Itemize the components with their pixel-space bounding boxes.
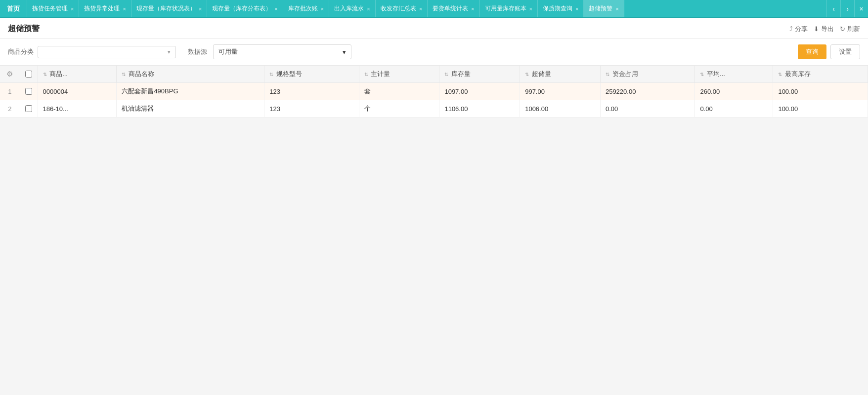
datasource-filter: 数据源 可用量 ▾ [188, 44, 351, 59]
row-product-code-0: 0000004 [38, 83, 117, 100]
nav-tab-chaochuyujing[interactable]: 超储预警 × [584, 0, 624, 17]
row-unit-0: 套 [359, 83, 439, 100]
row-spec-0: 123 [264, 83, 359, 100]
col-header-over-stock[interactable]: ⇅ 超储量 [520, 66, 601, 83]
datasource-dropdown-icon: ▾ [343, 48, 346, 56]
nav-tab-xiancunliang1[interactable]: 现存量（库存状况表） × [131, 0, 207, 17]
col-header-product-code[interactable]: ⇅ 商品... [38, 66, 117, 83]
data-table: ⚙ ⇅ 商品... ⇅ 商品名称 ⇅ 规格型号 [0, 66, 868, 118]
col-header-unit[interactable]: ⇅ 主计量 [359, 66, 439, 83]
export-icon: ⬇ [814, 25, 819, 33]
table-container: ⚙ ⇅ 商品... ⇅ 商品名称 ⇅ 规格型号 [0, 66, 868, 118]
refresh-icon: ↻ [840, 25, 845, 33]
row-stock-1: 1106.00 [439, 100, 520, 118]
nav-tab-shoufacun[interactable]: 收发存汇总表 × [376, 0, 428, 17]
nav-arrows: ‹ › × [826, 0, 868, 17]
close-tab-10-icon[interactable]: × [615, 6, 618, 12]
row-product-name-1: 机油滤清器 [117, 100, 264, 118]
datasource-label: 数据源 [188, 47, 207, 56]
share-icon: ⤴ [789, 25, 793, 33]
table-row: 2 186-10... 机油滤清器 123 个 1106.00 1006.00 … [0, 100, 868, 118]
table-row: 1 0000004 六配套新昌490BPG 123 套 1097.00 997.… [0, 83, 868, 100]
close-tab-4-icon[interactable]: × [321, 6, 324, 12]
nav-arrow-right[interactable]: › [840, 0, 854, 17]
row-avg-0: 260.00 [695, 83, 773, 100]
row-capital-0: 259220.00 [600, 83, 695, 100]
close-tab-3-icon[interactable]: × [274, 6, 277, 12]
row-checkbox-0 [20, 83, 38, 100]
nav-tab-jianhuorenwu[interactable]: 拣货任务管理 × [27, 0, 79, 17]
col-header-max-stock[interactable]: ⇅ 最高库存 [773, 66, 868, 83]
col-header-capital[interactable]: ⇅ 资金占用 [600, 66, 695, 83]
row-product-code-1: 186-10... [38, 100, 117, 118]
refresh-button[interactable]: ↻ 刷新 [840, 25, 860, 34]
nav-tab-churuku[interactable]: 出入库流水 × [329, 0, 375, 17]
header-actions: ⤴ 分享 ⬇ 导出 ↻ 刷新 [789, 25, 860, 34]
table-body: 1 0000004 六配套新昌490BPG 123 套 1097.00 997.… [0, 83, 868, 118]
nav-tab-baozhi[interactable]: 保质期查询 × [538, 0, 584, 17]
export-button[interactable]: ⬇ 导出 [814, 25, 834, 34]
product-category-label: 商品分类 [8, 47, 34, 56]
close-tab-1-icon[interactable]: × [123, 6, 126, 12]
top-navigation: 首页 拣货任务管理 × 拣货异常处理 × 现存量（库存状况表） × 现存量（库存… [0, 0, 868, 18]
nav-tab-jianhuoyichang[interactable]: 拣货异常处理 × [79, 0, 131, 17]
row-unit-1: 个 [359, 100, 439, 118]
row-over-stock-1: 1006.00 [520, 100, 601, 118]
datasource-value: 可用量 [218, 47, 238, 56]
col-header-checkbox [20, 66, 38, 83]
row-stock-0: 1097.00 [439, 83, 520, 100]
filter-area: 商品分类 ▾ 数据源 可用量 ▾ 查询 设置 [0, 39, 868, 66]
nav-tab-xiancunliang2[interactable]: 现存量（库存分布表） × [207, 0, 283, 17]
row-num-0: 1 [0, 83, 20, 100]
filter-buttons: 查询 设置 [798, 44, 860, 59]
col-header-avg[interactable]: ⇅ 平均... [695, 66, 773, 83]
nav-arrow-left[interactable]: ‹ [826, 0, 840, 17]
nav-tab-yaohuo[interactable]: 要货单统计表 × [428, 0, 479, 17]
nav-home[interactable]: 首页 [0, 0, 27, 17]
col-header-gear: ⚙ [0, 66, 20, 83]
row-max-stock-1: 100.00 [773, 100, 868, 118]
row-over-stock-0: 997.00 [520, 83, 601, 100]
product-category-select[interactable]: ▾ [38, 46, 176, 58]
row-product-name-0: 六配套新昌490BPG [117, 83, 264, 100]
close-tab-9-icon[interactable]: × [575, 6, 578, 12]
row-capital-1: 0.00 [600, 100, 695, 118]
row-avg-1: 0.00 [695, 100, 773, 118]
share-button[interactable]: ⤴ 分享 [789, 25, 808, 34]
row-select-1[interactable] [25, 105, 32, 112]
datasource-select[interactable]: 可用量 ▾ [213, 44, 351, 59]
table-settings-icon[interactable]: ⚙ [6, 70, 13, 78]
col-header-product-name[interactable]: ⇅ 商品名称 [117, 66, 264, 83]
page-header: 超储预警 ⤴ 分享 ⬇ 导出 ↻ 刷新 [0, 18, 868, 39]
close-tab-7-icon[interactable]: × [471, 6, 474, 12]
row-select-0[interactable] [25, 88, 32, 95]
close-tab-2-icon[interactable]: × [199, 6, 202, 12]
settings-button[interactable]: 设置 [830, 44, 860, 59]
col-header-spec[interactable]: ⇅ 规格型号 [264, 66, 359, 83]
row-spec-1: 123 [264, 100, 359, 118]
row-max-stock-0: 100.00 [773, 83, 868, 100]
row-num-1: 2 [0, 100, 20, 118]
select-all-checkbox[interactable] [25, 71, 32, 78]
close-tab-6-icon[interactable]: × [419, 6, 422, 12]
query-button[interactable]: 查询 [798, 44, 826, 59]
nav-tab-kucunpici[interactable]: 库存批次账 × [283, 0, 329, 17]
table-header-row: ⚙ ⇅ 商品... ⇅ 商品名称 ⇅ 规格型号 [0, 66, 868, 83]
close-tab-5-icon[interactable]: × [367, 6, 370, 12]
row-checkbox-1 [20, 100, 38, 118]
close-tab-0-icon[interactable]: × [71, 6, 74, 12]
product-category-filter: 商品分类 ▾ [8, 46, 176, 58]
page-title: 超储预警 [8, 24, 40, 34]
close-tab-8-icon[interactable]: × [529, 6, 532, 12]
product-category-dropdown-icon: ▾ [168, 49, 171, 55]
nav-close-btn[interactable]: × [854, 0, 868, 17]
col-header-stock[interactable]: ⇅ 库存量 [439, 66, 520, 83]
nav-tab-keyongliang[interactable]: 可用量库存账本 × [480, 0, 538, 17]
